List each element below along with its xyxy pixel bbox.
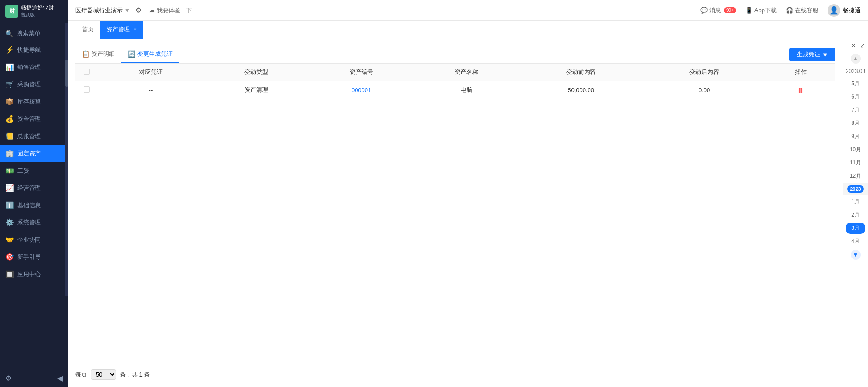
sidebar-item-ledger[interactable]: 📒 总账管理 [0,128,68,145]
select-all-checkbox[interactable] [84,69,90,75]
sidebar-item-guide[interactable]: 🎯 新手引导 [0,248,68,266]
search-menu-label: 搜索菜单 [17,30,40,38]
panel-close-button[interactable]: ✕ [850,41,857,50]
date-month-11[interactable]: 11月 [843,156,868,169]
sidebar-item-operations[interactable]: 📈 经营管理 [0,179,68,197]
scroll-up-button[interactable]: ▲ [851,54,861,64]
date-month-3[interactable]: 3月 [846,223,865,234]
col-asset-code: 资产编号 [309,64,414,81]
page-size-select[interactable]: 50 10 20 100 [91,369,116,380]
sidebar-item-label: 资金管理 [17,115,41,123]
payroll-icon: 💵 [5,167,14,175]
dropdown-arrow-icon: ▼ [822,51,828,58]
panel-expand-button[interactable]: ⤢ [859,41,866,50]
sidebar-logo: 财 畅捷通好业财 普及版 [0,0,68,23]
cloud-icon: ☁ [149,7,155,14]
date-list: ▲ 2023.03 5月 6月 7月 8月 9月 10月 11月 12月 202… [843,52,868,387]
date-month-6[interactable]: 6月 [843,90,868,104]
logo-icon: 财 [5,5,18,18]
sidebar-item-label: 企业协同 [17,236,41,244]
table-body: -- 资产清理 000001 电脑 50,000.00 0.00 🗑 [75,81,835,99]
row-voucher: -- [98,81,203,99]
tab-home[interactable]: 首页 [75,21,100,39]
inventory-icon: 📦 [5,98,14,106]
sidebar-item-inventory[interactable]: 📦 库存核算 [0,93,68,110]
phone-icon: 📱 [745,7,753,14]
date-month-10[interactable]: 10月 [843,143,868,156]
table-wrapper: 对应凭证 变动类型 资产编号 资产名称 变动前内容 变动后内容 操作 [75,63,835,364]
collapse-sidebar-button[interactable]: ◀ [57,374,63,382]
col-action: 操作 [766,64,835,81]
date-scroll-up[interactable]: ▲ [843,52,868,65]
right-date-panel: ✕ ⤢ ▲ 2023.03 5月 6月 7月 8月 9月 10月 11月 12月 [843,39,868,387]
date-month-9[interactable]: 9月 [843,130,868,143]
headset-icon: 🎧 [786,7,793,14]
scroll-down-button[interactable]: ▼ [851,250,861,260]
sidebar-item-payroll[interactable]: 💵 工资 [0,162,68,179]
data-table: 对应凭证 变动类型 资产编号 资产名称 变动前内容 变动后内容 操作 [75,63,835,99]
change-voucher-icon: 🔄 [128,50,135,58]
company-selector[interactable]: 医疗器械行业演示 ▼ [75,6,130,15]
sidebar-item-app-center[interactable]: 🔲 应用中心 [0,266,68,283]
col-checkbox [75,64,98,81]
sidebar-item-system[interactable]: ⚙️ 系统管理 [0,214,68,231]
date-month-8[interactable]: 8月 [843,117,868,130]
sub-tabs: 📋 资产明细 🔄 变更生成凭证 生成凭证 ▼ [75,46,835,63]
sidebar-item-fixed-assets[interactable]: 🏢 固定资产 [0,145,68,162]
sidebar-item-sales[interactable]: 📊 销售管理 [0,59,68,76]
sidebar-item-label: 应用中心 [17,270,41,278]
sub-tab-actions: 生成凭证 ▼ [789,48,835,61]
table-header: 对应凭证 变动类型 资产编号 资产名称 变动前内容 变动后内容 操作 [75,64,835,81]
panel-header: ✕ ⤢ [843,39,868,52]
sub-tab-change-voucher[interactable]: 🔄 变更生成凭证 [121,46,179,63]
quick-nav-icon: ⚡ [5,46,14,54]
page-content: 📋 资产明细 🔄 变更生成凭证 生成凭证 ▼ [68,39,843,387]
date-month-7[interactable]: 7月 [843,104,868,117]
date-month-1[interactable]: 1月 [843,195,868,208]
sidebar-item-quick-nav[interactable]: ⚡ 快捷导航 [0,41,68,59]
settings-bottom-icon[interactable]: ⚙ [5,374,12,382]
table-row: -- 资产清理 000001 电脑 50,000.00 0.00 🗑 [75,81,835,99]
customer-service-label: 在线客服 [795,6,818,15]
page-size-prefix-label: 每页 [75,371,87,379]
sidebar-bottom: ⚙ ◀ [0,369,68,387]
sidebar-item-label: 总账管理 [17,132,41,140]
message-icon: 💬 [700,7,708,14]
date-month-4[interactable]: 4月 [843,235,868,248]
sidebar-item-basic-info[interactable]: ℹ️ 基础信息 [0,197,68,214]
sub-tab-asset-detail-label: 资产明细 [91,50,115,58]
row-checkbox[interactable] [84,86,90,93]
company-chevron-icon: ▼ [124,7,130,14]
company-settings-button[interactable]: ⚙ [135,6,142,15]
delete-row-button[interactable]: 🗑 [797,86,804,94]
sidebar-item-label: 工资 [17,167,29,175]
customer-service-button[interactable]: 🎧 在线客服 [786,6,818,15]
date-month-5[interactable]: 5月 [843,77,868,90]
tab-home-label: 首页 [82,25,94,34]
feedback-button[interactable]: ☁ 我要体验一下 [149,6,192,15]
sidebar-item-enterprise[interactable]: 🤝 企业协同 [0,231,68,248]
date-month-12[interactable]: 12月 [843,169,868,183]
message-button[interactable]: 💬 消息 99+ [700,6,736,15]
ledger-icon: 📒 [5,132,14,140]
user-profile[interactable]: 👤 畅捷通 [828,4,861,17]
generate-voucher-button[interactable]: 生成凭证 ▼ [789,48,835,61]
sidebar-item-purchase[interactable]: 🛒 采购管理 [0,76,68,93]
sidebar-item-funds[interactable]: 💰 资金管理 [0,110,68,128]
row-asset-name: 电脑 [414,81,520,99]
funds-icon: 💰 [5,115,14,123]
search-menu-button[interactable]: 🔍 搜索菜单 [0,26,68,41]
row-after-change: 0.00 [643,81,766,99]
user-name: 畅捷通 [843,6,861,15]
col-before-change: 变动前内容 [519,64,643,81]
date-scroll-down[interactable]: ▼ [843,248,868,262]
app-download-button[interactable]: 📱 App下载 [745,6,777,15]
sidebar-item-label: 经营管理 [17,184,41,192]
tab-asset-management[interactable]: 资产管理 × [100,21,143,39]
message-label: 消息 [709,6,721,15]
tab-close-icon[interactable]: × [134,26,137,33]
date-month-2[interactable]: 2月 [843,208,868,222]
row-asset-code[interactable]: 000001 [309,81,414,99]
generate-voucher-label: 生成凭证 [797,50,820,59]
sub-tab-asset-detail[interactable]: 📋 资产明细 [75,46,121,63]
